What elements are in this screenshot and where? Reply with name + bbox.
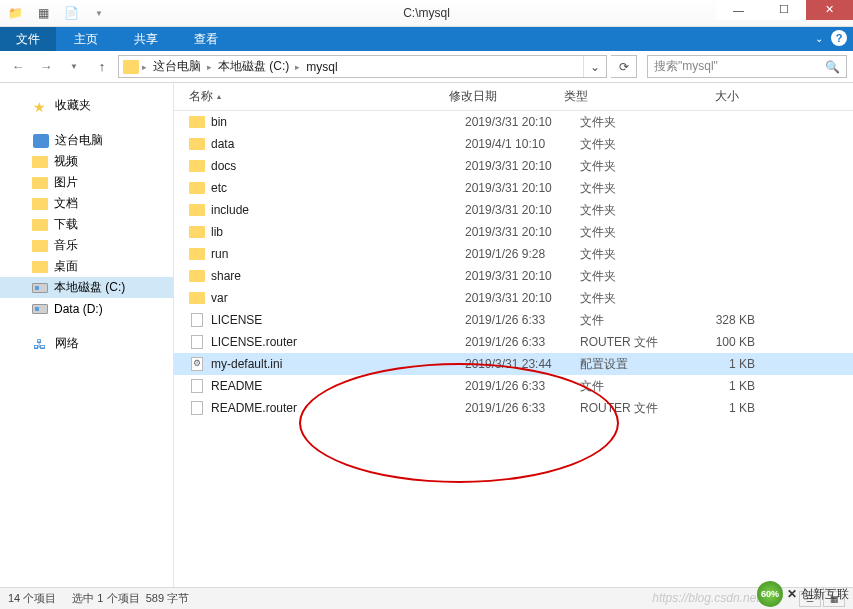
- address-bar[interactable]: ▸ 这台电脑 ▸ 本地磁盘 (C:) ▸ mysql ⌄: [118, 55, 607, 78]
- navbar: ← → ▼ ↑ ▸ 这台电脑 ▸ 本地磁盘 (C:) ▸ mysql ⌄ ⟳ 搜…: [0, 51, 853, 83]
- sidebar-favorites[interactable]: ★ 收藏夹: [0, 95, 173, 116]
- crumb-sep-icon[interactable]: ▸: [207, 62, 212, 72]
- folder-icon: [123, 60, 139, 74]
- view-details-button[interactable]: ☰: [799, 591, 821, 607]
- file-type: ROUTER 文件: [580, 334, 695, 351]
- sidebar-item-label: 本地磁盘 (C:): [54, 279, 125, 296]
- file-row[interactable]: bin2019/3/31 20:10文件夹: [174, 111, 853, 133]
- help-icon[interactable]: ?: [831, 30, 847, 46]
- crumb-thispc[interactable]: 这台电脑: [150, 58, 204, 75]
- file-row[interactable]: my-default.ini2019/3/31 23:44配置设置1 KB: [174, 353, 853, 375]
- tab-file[interactable]: 文件: [0, 27, 56, 51]
- crumb-drive-c[interactable]: 本地磁盘 (C:): [215, 58, 292, 75]
- file-row[interactable]: docs2019/3/31 20:10文件夹: [174, 155, 853, 177]
- folder-icon: [189, 181, 205, 195]
- file-type: 文件: [580, 378, 695, 395]
- qat-properties-icon[interactable]: ▦: [32, 2, 54, 24]
- file-row[interactable]: include2019/3/31 20:10文件夹: [174, 199, 853, 221]
- file-date: 2019/3/31 20:10: [465, 203, 580, 217]
- sidebar-item-pictures[interactable]: 图片: [0, 172, 173, 193]
- sidebar-network[interactable]: 🖧 网络: [0, 333, 173, 354]
- crumb-sep-icon[interactable]: ▸: [295, 62, 300, 72]
- ribbon: 文件 主页 共享 查看 ⌄ ?: [0, 27, 853, 51]
- sidebar-item-drive-c[interactable]: 本地磁盘 (C:): [0, 277, 173, 298]
- file-row[interactable]: LICENSE2019/1/26 6:33文件328 KB: [174, 309, 853, 331]
- status-count: 14 个项目: [8, 591, 56, 606]
- file-name: docs: [211, 159, 465, 173]
- file-type: 文件夹: [580, 114, 695, 131]
- file-type: 文件夹: [580, 136, 695, 153]
- file-row[interactable]: run2019/1/26 9:28文件夹: [174, 243, 853, 265]
- file-name: etc: [211, 181, 465, 195]
- crumb-sep-icon[interactable]: ▸: [142, 62, 147, 72]
- column-headers: 名称 ▴ 修改日期 类型 大小: [174, 83, 853, 111]
- file-row[interactable]: share2019/3/31 20:10文件夹: [174, 265, 853, 287]
- sidebar-item-drive-d[interactable]: Data (D:): [0, 298, 173, 319]
- col-header-type[interactable]: 类型: [564, 88, 679, 105]
- folder-icon: [189, 203, 205, 217]
- file-row[interactable]: README.router2019/1/26 6:33ROUTER 文件1 KB: [174, 397, 853, 419]
- file-list[interactable]: bin2019/3/31 20:10文件夹data2019/4/1 10:10文…: [174, 111, 853, 419]
- refresh-button[interactable]: ⟳: [611, 55, 637, 78]
- crumb-mysql[interactable]: mysql: [303, 60, 340, 74]
- file-size: 1 KB: [695, 357, 765, 371]
- file-name: README: [211, 379, 465, 393]
- ribbon-expand-icon[interactable]: ⌄: [815, 33, 823, 44]
- tab-view[interactable]: 查看: [176, 27, 236, 51]
- sidebar-item-music[interactable]: 音乐: [0, 235, 173, 256]
- tab-home[interactable]: 主页: [56, 27, 116, 51]
- search-input[interactable]: 搜索"mysql" 🔍: [647, 55, 847, 78]
- sidebar-item-label: Data (D:): [54, 302, 103, 316]
- file-type: 文件夹: [580, 224, 695, 241]
- sidebar-item-label: 桌面: [54, 258, 78, 275]
- file-row[interactable]: var2019/3/31 20:10文件夹: [174, 287, 853, 309]
- file-icon: [189, 401, 205, 415]
- close-button[interactable]: ✕: [806, 0, 853, 20]
- file-date: 2019/3/31 20:10: [465, 291, 580, 305]
- file-type: 文件夹: [580, 202, 695, 219]
- sidebar-item-label: 视频: [54, 153, 78, 170]
- file-size: 328 KB: [695, 313, 765, 327]
- file-row[interactable]: etc2019/3/31 20:10文件夹: [174, 177, 853, 199]
- file-date: 2019/1/26 6:33: [465, 379, 580, 393]
- col-header-size[interactable]: 大小: [679, 88, 749, 105]
- col-header-date[interactable]: 修改日期: [449, 88, 564, 105]
- nav-recent-dropdown[interactable]: ▼: [62, 55, 86, 79]
- drive-icon: [32, 283, 48, 293]
- file-date: 2019/1/26 6:33: [465, 401, 580, 415]
- sidebar-item-downloads[interactable]: 下载: [0, 214, 173, 235]
- sidebar-thispc[interactable]: 这台电脑: [0, 130, 173, 151]
- file-name: bin: [211, 115, 465, 129]
- view-icons-button[interactable]: ▦: [823, 591, 845, 607]
- file-name: include: [211, 203, 465, 217]
- file-date: 2019/3/31 20:10: [465, 269, 580, 283]
- nav-up-button[interactable]: ↑: [90, 55, 114, 79]
- network-icon: 🖧: [33, 337, 49, 351]
- file-row[interactable]: lib2019/3/31 20:10文件夹: [174, 221, 853, 243]
- col-header-name[interactable]: 名称 ▴: [189, 88, 449, 105]
- sidebar-favorites-label: 收藏夹: [55, 97, 91, 114]
- qat-dropdown-icon[interactable]: ▼: [88, 2, 110, 24]
- tab-share[interactable]: 共享: [116, 27, 176, 51]
- file-row[interactable]: data2019/4/1 10:10文件夹: [174, 133, 853, 155]
- nav-back-button[interactable]: ←: [6, 55, 30, 79]
- file-name: share: [211, 269, 465, 283]
- sidebar-item-documents[interactable]: 文档: [0, 193, 173, 214]
- address-dropdown-icon[interactable]: ⌄: [583, 56, 606, 77]
- sidebar-item-videos[interactable]: 视频: [0, 151, 173, 172]
- file-row[interactable]: LICENSE.router2019/1/26 6:33ROUTER 文件100…: [174, 331, 853, 353]
- computer-icon: [33, 134, 49, 148]
- folder-icon: [189, 115, 205, 129]
- folder-icon: [32, 261, 48, 273]
- file-row[interactable]: README2019/1/26 6:33文件1 KB: [174, 375, 853, 397]
- file-name: LICENSE: [211, 313, 465, 327]
- titlebar: 📁 ▦ 📄 ▼ C:\mysql — ☐ ✕: [0, 0, 853, 27]
- qat-newfolder-icon[interactable]: 📄: [60, 2, 82, 24]
- statusbar: 14 个项目 选中 1 个项目 589 字节 ☰ ▦: [0, 587, 853, 609]
- col-header-name-label: 名称: [189, 88, 213, 105]
- file-size: 1 KB: [695, 379, 765, 393]
- sidebar-item-label: 文档: [54, 195, 78, 212]
- sidebar-item-desktop[interactable]: 桌面: [0, 256, 173, 277]
- maximize-button[interactable]: ☐: [761, 0, 806, 20]
- minimize-button[interactable]: —: [716, 0, 761, 20]
